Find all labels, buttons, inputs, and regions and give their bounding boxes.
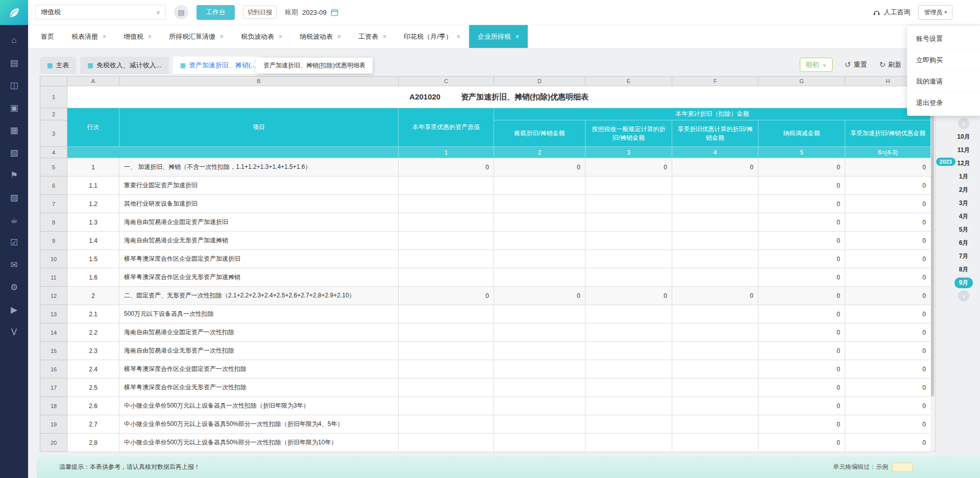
value-cell[interactable]: 0	[845, 360, 931, 379]
value-cell[interactable]	[494, 397, 585, 415]
settings-icon[interactable]: ⚙	[0, 276, 28, 298]
funds-icon[interactable]: ▣	[0, 96, 28, 119]
value-cell[interactable]	[494, 268, 585, 287]
close-tab-icon[interactable]: ×	[337, 33, 341, 40]
value-cell[interactable]	[399, 213, 494, 232]
workspace-tab[interactable]: 工资表×	[350, 25, 395, 48]
report-icon[interactable]: ◫	[0, 74, 28, 96]
media-icon[interactable]: ▶	[0, 298, 28, 321]
value-cell[interactable]	[672, 213, 758, 232]
value-cell[interactable]	[494, 177, 585, 195]
subtab-main-table[interactable]: ▦ 主表	[40, 57, 76, 74]
close-tab-icon[interactable]: ×	[383, 33, 386, 40]
value-cell[interactable]	[585, 177, 672, 195]
close-tab-icon[interactable]: ×	[148, 33, 152, 40]
value-cell[interactable]: 0	[494, 158, 585, 177]
value-cell[interactable]: 0	[845, 250, 931, 268]
workspace-tab[interactable]: 印花税（月/季）×	[395, 25, 469, 48]
value-cell[interactable]: 0	[845, 268, 931, 287]
rail-scroll-down-button[interactable]: ∨	[958, 290, 969, 301]
value-cell[interactable]: 0	[845, 379, 931, 397]
month-item[interactable]: 3月	[950, 196, 977, 210]
value-cell[interactable]	[672, 360, 758, 379]
value-cell[interactable]	[585, 195, 672, 213]
value-cell[interactable]	[494, 360, 585, 379]
report-select[interactable]: 增值税 ∨	[35, 5, 166, 20]
menu-item-account-settings[interactable]: 账号设置	[907, 28, 980, 49]
month-item[interactable]: 9月	[950, 276, 977, 289]
close-tab-icon[interactable]: ×	[457, 33, 460, 40]
vertical-scrollbar[interactable]	[930, 76, 936, 451]
value-cell[interactable]	[585, 415, 672, 434]
value-cell[interactable]	[672, 305, 758, 323]
value-cell[interactable]	[399, 415, 494, 434]
workspace-tab[interactable]: 纳税波动表×	[291, 25, 350, 48]
value-cell[interactable]: 0	[845, 213, 931, 232]
close-tab-icon[interactable]: ×	[220, 33, 224, 40]
value-cell[interactable]	[585, 250, 672, 268]
month-item[interactable]: 1月	[950, 170, 977, 183]
value-cell[interactable]: 0	[758, 342, 845, 360]
value-cell[interactable]: 0	[399, 287, 494, 305]
value-cell[interactable]	[585, 360, 672, 379]
value-cell[interactable]	[585, 232, 672, 250]
value-cell[interactable]	[672, 323, 758, 342]
value-cell[interactable]: 0	[758, 195, 845, 213]
value-cell[interactable]: 0	[494, 287, 585, 305]
value-cell[interactable]	[672, 195, 758, 213]
workspace-tab[interactable]: 首页	[32, 25, 63, 48]
value-cell[interactable]	[494, 232, 585, 250]
company-icon[interactable]: ▦	[0, 119, 28, 141]
mailbox-icon[interactable]: ✉	[0, 254, 28, 276]
value-cell[interactable]	[494, 195, 585, 213]
value-cell[interactable]	[585, 213, 672, 232]
value-cell[interactable]: 0	[845, 342, 931, 360]
value-cell[interactable]: 0	[845, 305, 931, 323]
value-cell[interactable]	[399, 434, 494, 452]
value-cell[interactable]: 0	[758, 250, 845, 268]
subtab-tax-free-income[interactable]: ▦ 免税收入、减计收入...	[80, 57, 168, 74]
value-cell[interactable]	[399, 305, 494, 323]
value-cell[interactable]: 0	[845, 232, 931, 250]
audit-icon[interactable]: ☑	[0, 231, 28, 254]
value-cell[interactable]: 0	[845, 287, 931, 305]
value-cell[interactable]	[585, 305, 672, 323]
value-cell[interactable]	[672, 268, 758, 287]
value-cell[interactable]	[585, 342, 672, 360]
value-cell[interactable]	[494, 434, 585, 452]
value-cell[interactable]: 0	[758, 177, 845, 195]
value-cell[interactable]	[494, 379, 585, 397]
invoice-icon[interactable]: ▤	[0, 52, 28, 74]
month-item[interactable]: 7月	[950, 249, 977, 263]
month-item[interactable]: 4月	[950, 210, 977, 223]
value-cell[interactable]: 0	[758, 213, 845, 232]
value-cell[interactable]	[672, 379, 758, 397]
value-cell[interactable]: 0	[845, 415, 931, 434]
value-cell[interactable]	[494, 342, 585, 360]
service-icon[interactable]: ☕	[0, 209, 28, 231]
menu-item-my-invitation[interactable]: 我的邀请	[907, 71, 980, 92]
value-cell[interactable]	[672, 177, 758, 195]
workspace-tab[interactable]: 增值税×	[115, 25, 160, 48]
month-item[interactable]: 6月	[950, 236, 977, 249]
value-cell[interactable]: 0	[758, 287, 845, 305]
value-cell[interactable]: 0	[845, 323, 931, 342]
month-item[interactable]: 11月	[950, 143, 977, 157]
company-avatar[interactable]: ▤	[174, 5, 188, 19]
value-cell[interactable]: 0	[758, 360, 845, 379]
rail-scroll-up-button[interactable]: ∧	[958, 118, 969, 129]
value-cell[interactable]	[399, 177, 494, 195]
value-cell[interactable]	[399, 342, 494, 360]
value-cell[interactable]	[399, 323, 494, 342]
month-item[interactable]: 5月	[950, 223, 977, 236]
close-tab-icon[interactable]: ×	[516, 33, 519, 40]
gallery-icon[interactable]: ▧	[0, 141, 28, 164]
value-cell[interactable]: 0	[758, 397, 845, 415]
value-cell[interactable]	[585, 434, 672, 452]
value-cell[interactable]: 0	[845, 434, 931, 452]
value-cell[interactable]	[399, 250, 494, 268]
value-cell[interactable]: 0	[758, 379, 845, 397]
value-cell[interactable]: 0	[758, 434, 845, 452]
value-cell[interactable]	[494, 323, 585, 342]
scrollbar-thumb[interactable]	[931, 83, 934, 396]
